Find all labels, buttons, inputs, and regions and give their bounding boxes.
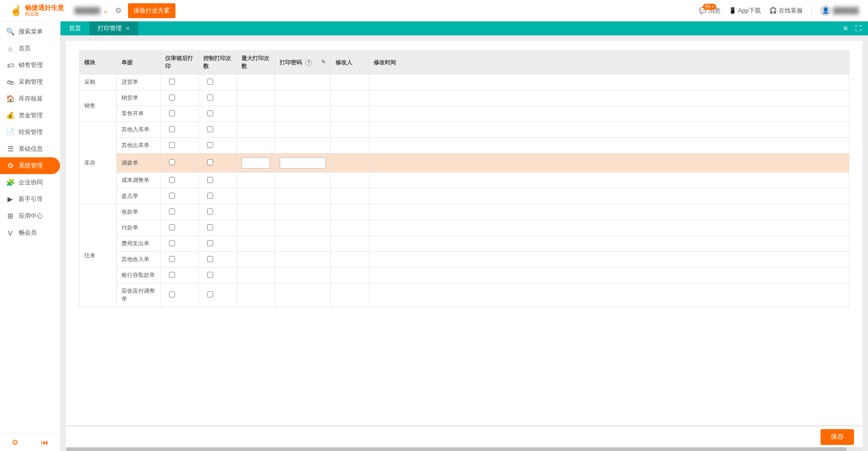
sidebar-collapse-icon[interactable]: ⏮ xyxy=(41,438,48,447)
print-password-input[interactable] xyxy=(280,157,326,168)
messages-button[interactable]: 💬 99 + 消息 xyxy=(699,7,720,15)
limit-checkbox[interactable] xyxy=(207,126,213,132)
sidebar-item-basic[interactable]: ☰基础信息 xyxy=(0,141,60,157)
doc-cell: 进货单 xyxy=(117,74,161,90)
audit-only-checkbox[interactable] xyxy=(169,94,175,101)
apps-icon: ⊞ xyxy=(7,212,14,220)
col-password: 打印密码 ? ✎ xyxy=(275,51,331,74)
audit-only-checkbox[interactable] xyxy=(169,79,175,85)
audit-only-checkbox[interactable] xyxy=(169,126,175,132)
limit-checkbox[interactable] xyxy=(207,177,213,183)
password-cell xyxy=(275,90,331,106)
sidebar-item-funds[interactable]: 💰资金管理 xyxy=(0,107,60,124)
sidebar-item-apps[interactable]: ⊞应用中心 xyxy=(0,208,60,224)
sidebar-item-collab[interactable]: 🧩企业协同 xyxy=(0,174,60,191)
sidebar-item-inventory[interactable]: 🏠库存核算 xyxy=(0,90,60,107)
modtime-cell xyxy=(369,188,849,204)
table-header-row: 模块 单据 仅审核后打印 控制打印次数 最大打印次数 打印密码 ? ✎ 修改人 … xyxy=(80,51,849,74)
modifier-cell xyxy=(331,268,369,283)
modifier-cell xyxy=(331,74,369,90)
edit-icon[interactable]: ✎ xyxy=(321,59,326,65)
tenant-selector[interactable]: ██████ ⌄ xyxy=(74,7,108,14)
divider xyxy=(811,7,812,15)
audit-only-cell xyxy=(161,236,199,252)
audit-only-checkbox[interactable] xyxy=(169,177,175,183)
tab-1[interactable]: 打印管理✕ xyxy=(89,21,138,35)
tab-close-icon[interactable]: ✕ xyxy=(126,26,130,32)
sidebar-item-home[interactable]: ⌂首页 xyxy=(0,40,60,57)
sidebar-item-purchase[interactable]: 🛍采购管理 xyxy=(0,74,60,90)
help-icon[interactable]: ? xyxy=(305,60,312,66)
sidebar-item-system[interactable]: ⚙系统管理 xyxy=(0,157,60,174)
limit-checkbox[interactable] xyxy=(207,79,213,85)
audit-only-cell xyxy=(161,268,199,283)
user-menu[interactable]: 👤 ██████ xyxy=(820,5,859,16)
audit-only-checkbox[interactable] xyxy=(169,159,175,165)
modtime-cell xyxy=(369,138,849,154)
limit-cell xyxy=(199,106,237,122)
tabs-bar-right: ✕ ⛶ xyxy=(836,21,868,35)
sidebar-item-label: 企业协同 xyxy=(19,178,43,187)
headset-icon: 🎧 xyxy=(769,7,777,14)
doc-cell: 成本调整单 xyxy=(117,173,161,188)
doc-cell: 银行存取款单 xyxy=(117,268,161,283)
limit-checkbox[interactable] xyxy=(207,224,213,230)
topbar-right: 💬 99 + 消息 📱 App下载 🎧 在线客服 👤 ██████ xyxy=(699,5,859,16)
modifier-cell xyxy=(331,173,369,188)
audit-only-checkbox[interactable] xyxy=(169,110,175,116)
limit-checkbox[interactable] xyxy=(207,272,213,278)
audit-only-checkbox[interactable] xyxy=(169,224,175,230)
print-settings-table: 模块 单据 仅审核后打印 控制打印次数 最大打印次数 打印密码 ? ✎ 修改人 … xyxy=(79,50,849,307)
audit-only-checkbox[interactable] xyxy=(169,142,175,148)
limit-checkbox[interactable] xyxy=(207,291,213,297)
experience-button[interactable]: 体验行业方案 xyxy=(128,3,175,18)
save-button[interactable]: 保存 xyxy=(821,429,854,445)
audit-only-checkbox[interactable] xyxy=(169,193,175,199)
limit-cell xyxy=(199,236,237,252)
password-cell xyxy=(275,74,331,90)
audit-only-cell xyxy=(161,106,199,122)
col-doc: 单据 xyxy=(117,51,161,74)
limit-checkbox[interactable] xyxy=(207,94,213,101)
modifier-cell xyxy=(331,90,369,106)
home-icon: ⌂ xyxy=(7,45,14,52)
modtime-cell xyxy=(369,283,849,307)
fullscreen-icon[interactable]: ⛶ xyxy=(855,25,861,32)
audit-only-checkbox[interactable] xyxy=(169,291,175,297)
limit-checkbox[interactable] xyxy=(207,110,213,116)
limit-checkbox[interactable] xyxy=(207,193,213,199)
horizontal-scrollbar[interactable] xyxy=(66,447,862,451)
modtime-cell xyxy=(369,173,849,188)
modifier-cell xyxy=(331,236,369,252)
sidebar-item-guide[interactable]: ▶新手引导 xyxy=(0,191,60,208)
modtime-cell xyxy=(369,74,849,90)
inventory-icon: 🏠 xyxy=(7,95,14,102)
sidebar-item-member[interactable]: V畅会员 xyxy=(0,224,60,241)
limit-checkbox[interactable] xyxy=(207,256,213,262)
sidebar-item-search-menu[interactable]: 🔍搜索菜单 xyxy=(0,23,60,40)
audit-only-checkbox[interactable] xyxy=(169,272,175,278)
audit-only-checkbox[interactable] xyxy=(169,240,175,246)
app-download-button[interactable]: 📱 App下载 xyxy=(729,7,761,15)
max-print-input[interactable] xyxy=(242,157,270,168)
funds-icon: 💰 xyxy=(7,112,14,119)
limit-checkbox[interactable] xyxy=(207,159,213,165)
logo[interactable]: ☝ 畅捷通好生意 精品版 xyxy=(9,4,70,17)
tab-0[interactable]: 首页 xyxy=(61,21,89,35)
limit-checkbox[interactable] xyxy=(207,209,213,215)
scrollbar-thumb[interactable] xyxy=(66,447,847,451)
settings-icon[interactable]: ⚙ xyxy=(115,6,121,15)
max-cell xyxy=(237,268,275,283)
modifier-cell xyxy=(331,122,369,138)
sidebar-item-sales[interactable]: 🏷销售管理 xyxy=(0,57,60,74)
limit-checkbox[interactable] xyxy=(207,142,213,148)
limit-cell xyxy=(199,204,237,220)
tab-close-all-icon[interactable]: ✕ xyxy=(843,25,848,32)
limit-checkbox[interactable] xyxy=(207,240,213,246)
audit-only-checkbox[interactable] xyxy=(169,209,175,215)
audit-only-checkbox[interactable] xyxy=(169,256,175,262)
audit-only-cell xyxy=(161,283,199,307)
customer-service-button[interactable]: 🎧 在线客服 xyxy=(769,7,803,15)
sidebar-settings-icon[interactable]: ⚙ xyxy=(12,438,18,447)
sidebar-item-operations[interactable]: 📄经营管理 xyxy=(0,124,60,141)
